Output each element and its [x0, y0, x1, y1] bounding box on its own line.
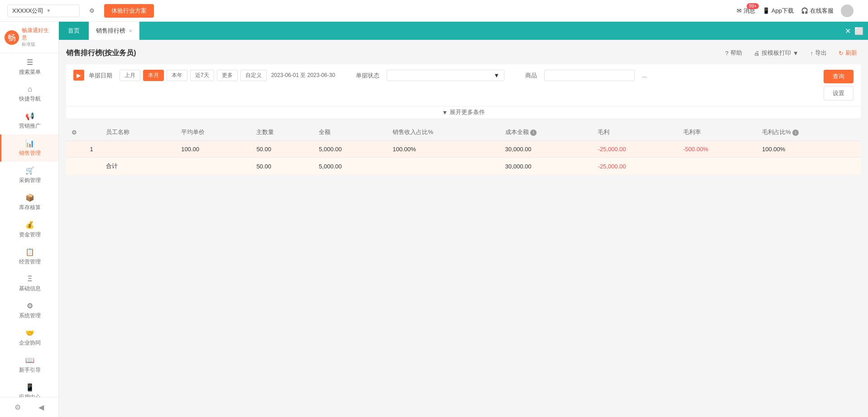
sidebar-item-search[interactable]: ☰ 搜索菜单 — [0, 53, 58, 81]
export-button[interactable]: ↑ 导出 — [807, 47, 831, 59]
sidebar-item-shortcut[interactable]: ⌂ 快捷导航 — [0, 81, 58, 107]
filter-action-buttons: 查询 设置 — [824, 64, 861, 104]
sidebar-item-marketing[interactable]: 📢 营销推广 — [0, 107, 58, 134]
template-dropdown-icon: ▼ — [793, 50, 799, 57]
print-icon: 🖨 — [754, 50, 760, 57]
tab-close-icon[interactable]: × — [129, 28, 132, 34]
message-badge: 99+ — [747, 3, 759, 9]
sidebar-item-system[interactable]: ⚙ 系统管理 — [0, 297, 58, 324]
guide-icon: 📖 — [25, 356, 34, 364]
date-range-display: 2023-06-01 至 2023-06-30 — [271, 72, 335, 79]
inventory-icon: 📦 — [25, 193, 34, 202]
top-bar: XXXXX公司 ▼ ⚙ 体验行业方案 ✉ 消息 99+ 📱 App下载 🎧 在线… — [0, 0, 868, 22]
sidebar-item-guide[interactable]: 📖 新手引导 — [0, 351, 58, 379]
expand-conditions-button[interactable]: ▼ 展开更多条件 — [442, 108, 485, 116]
tab-home[interactable]: 首页 — [59, 22, 89, 40]
col-cost: 成本全额 i — [500, 124, 593, 141]
template-print-button[interactable]: 🖨 按模板打印 ▼ — [750, 47, 802, 59]
footer-profit: -25,000.00 — [592, 158, 677, 175]
query-button[interactable]: 查询 — [824, 70, 854, 83]
goods-input[interactable] — [544, 70, 635, 81]
management-icon: 📋 — [25, 248, 34, 256]
sidebar-label-sales: 销售管理 — [19, 149, 41, 157]
table-section: ⚙ 员工名称 平均单价 主数量 全额 销售收入占比% 成本全额 i — [66, 124, 861, 175]
col-settings: ⚙ — [66, 124, 82, 141]
date-btn-7days[interactable]: 近7天 — [190, 70, 214, 81]
table-header-row: ⚙ 员工名称 平均单价 主数量 全额 销售收入占比% 成本全额 i — [66, 124, 861, 141]
company-dropdown-icon: ▼ — [46, 8, 51, 13]
logo-area: 畅 畅康通好生意 标准版 — [0, 22, 58, 53]
sidebar-item-finance[interactable]: 💰 资金管理 — [0, 216, 58, 243]
col-settings-icon[interactable]: ⚙ — [72, 129, 77, 136]
footer-cost: 30,000.00 — [500, 158, 593, 175]
date-btn-last-month[interactable]: 上月 — [120, 70, 140, 81]
tab-sales-ranking-label: 销售排行榜 — [96, 27, 125, 35]
tab-sales-ranking[interactable]: 销售排行榜 × — [89, 22, 139, 40]
date-filter: 上月 本月 本年 近7天 更多 自定义 2023-06-01 至 2023-06… — [120, 70, 335, 81]
footer-profit-pct — [757, 158, 861, 175]
rankings-table: ⚙ 员工名称 平均单价 主数量 全额 销售收入占比% 成本全额 i — [66, 124, 861, 175]
sidebar-item-purchase[interactable]: 🛒 采购管理 — [0, 162, 58, 189]
col-name: 员工名称 — [101, 124, 176, 141]
tab-spacer — [139, 22, 840, 40]
footer-quantity: 50.00 — [251, 158, 313, 175]
expand-row: ▼ 展开更多条件 — [66, 106, 861, 118]
footer-sales-pct — [387, 158, 499, 175]
tab-home-label: 首页 — [68, 27, 80, 35]
headset-icon: 🎧 — [801, 7, 808, 14]
main-content: 销售排行榜(按业务员) ? 帮助 🖨 按模板打印 ▼ ↑ — [59, 40, 868, 417]
sidebar-item-enterprise[interactable]: 🤝 企业协同 — [0, 324, 58, 351]
basic-icon: Ξ — [28, 275, 32, 283]
date-btn-custom[interactable]: 自定义 — [240, 70, 267, 81]
tab-minimize-button[interactable]: ✕ — [845, 27, 851, 35]
sidebar-settings-button[interactable]: ⚙ — [14, 403, 21, 412]
goods-more-button[interactable]: ... — [642, 72, 647, 79]
help-button[interactable]: ? 帮助 — [721, 47, 745, 59]
enterprise-icon: 🤝 — [25, 329, 34, 337]
tab-maximize-button[interactable]: ⬜ — [854, 27, 863, 35]
trial-button[interactable]: 体验行业方案 — [104, 4, 154, 18]
sidebar-label-shortcut: 快捷导航 — [19, 95, 41, 103]
col-amount: 全额 — [313, 124, 387, 141]
date-label: 单据日期 — [89, 72, 112, 80]
date-btn-this-month[interactable]: 本月 — [143, 70, 164, 81]
date-btn-more[interactable]: 更多 — [217, 70, 238, 81]
app-download-button[interactable]: 📱 App下载 — [762, 7, 794, 15]
row-avg-price: 100.00 — [176, 141, 251, 158]
settings-button[interactable]: 设置 — [824, 86, 854, 101]
sidebar-label-management: 经营管理 — [19, 258, 41, 266]
footer-avg-price — [176, 158, 251, 175]
sidebar: 畅 畅康通好生意 标准版 ☰ 搜索菜单 ⌂ 快捷导航 📢 营销推广 — [0, 22, 59, 417]
filter-section: ▶ 单据日期 上月 本月 本年 近7天 更多 — [66, 64, 861, 118]
sidebar-item-management[interactable]: 📋 经营管理 — [0, 243, 58, 270]
sidebar-item-basic[interactable]: Ξ 基础信息 — [0, 270, 58, 297]
refresh-button[interactable]: ↻ 刷新 — [835, 47, 861, 59]
tab-bar: 首页 销售排行榜 × ✕ ⬜ — [59, 22, 868, 40]
sidebar-item-apps[interactable]: 📱 应用中心 — [0, 379, 58, 397]
filter-row-1: 单据日期 上月 本月 本年 近7天 更多 自定义 2023-06-01 至 20… — [89, 70, 824, 81]
total-row: 合计 50.00 5,000.00 30,000.00 -25,000.00 — [66, 158, 861, 175]
sidebar-label-apps: 应用中心 — [19, 393, 41, 397]
message-button[interactable]: ✉ 消息 99+ — [737, 7, 755, 15]
footer-settings — [66, 158, 82, 175]
user-avatar[interactable] — [841, 5, 854, 17]
col-rank — [82, 124, 101, 141]
cost-info-icon: i — [530, 129, 537, 136]
filter-toggle-button[interactable]: ▶ — [73, 70, 84, 81]
sidebar-nav: ☰ 搜索菜单 ⌂ 快捷导航 📢 营销推广 📊 销售管理 🛒 采购管理 — [0, 53, 58, 397]
col-profit-rate: 毛利率 — [678, 124, 757, 141]
row-name — [101, 141, 176, 158]
footer-label: 合计 — [101, 158, 176, 175]
content-area: 首页 销售排行榜 × ✕ ⬜ 销售排行榜(按业务员) — [59, 22, 868, 417]
company-selector[interactable]: XXXXX公司 ▼ — [7, 5, 80, 17]
topbar-settings-button[interactable]: ⚙ — [85, 4, 99, 18]
online-service-button[interactable]: 🎧 在线客服 — [801, 7, 834, 15]
company-name: XXXXX公司 — [12, 7, 43, 15]
status-select[interactable]: ▼ — [387, 70, 504, 81]
sidebar-item-sales[interactable]: 📊 销售管理 — [0, 134, 58, 162]
date-btn-this-year[interactable]: 本年 — [167, 70, 187, 81]
page-title: 销售排行榜(按业务员) — [66, 48, 136, 58]
logo-sub: 标准版 — [22, 41, 54, 48]
sidebar-item-inventory[interactable]: 📦 库存核算 — [0, 189, 58, 216]
sidebar-collapse-button[interactable]: ◀ — [38, 403, 44, 412]
